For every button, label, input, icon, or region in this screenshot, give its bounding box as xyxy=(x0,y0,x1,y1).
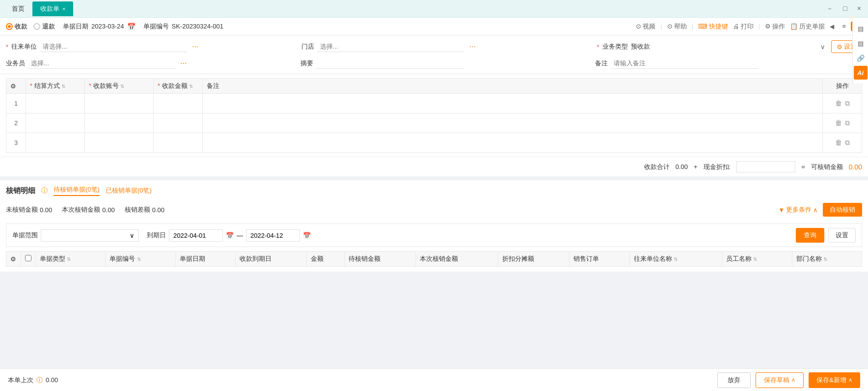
query-btn[interactable]: 查询 xyxy=(796,228,824,243)
bottom-col-checkbox[interactable] xyxy=(21,251,36,267)
settlement-cell-3[interactable] xyxy=(26,133,85,153)
discount-input[interactable] xyxy=(736,161,795,172)
print-btn[interactable]: 🖨 打印 xyxy=(733,22,754,31)
separator3: | xyxy=(759,23,760,30)
radio-collect[interactable]: 收款 xyxy=(6,22,27,31)
col-settings-header[interactable]: ⚙ xyxy=(6,79,26,94)
list-view-btn[interactable]: ≡ xyxy=(839,22,849,31)
settings-btn[interactable]: 设置 xyxy=(828,228,856,243)
bottom-col-dept[interactable]: 部门名称 ⇅ xyxy=(792,251,862,267)
history-btn[interactable]: 📋 历史单据 xyxy=(790,22,825,31)
save-draft-btn[interactable]: 保存草稿 ∧ xyxy=(756,372,804,388)
copy-row-1-btn[interactable]: ⧉ xyxy=(845,99,850,108)
footer-info-icon[interactable]: ⓘ xyxy=(36,376,43,385)
discard-btn[interactable]: 放弃 xyxy=(717,372,751,388)
copy-row-2-btn[interactable]: ⧉ xyxy=(845,119,850,127)
delete-row-3-btn[interactable]: 🗑 xyxy=(835,139,842,147)
row-num-3: 3 xyxy=(6,133,26,153)
remarks-cell-1[interactable] xyxy=(203,94,823,113)
footer-label: 本单上次 xyxy=(8,376,33,385)
shortcut-btn[interactable]: ⌨ 快捷键 xyxy=(698,22,728,31)
save-new-btn[interactable]: 保存&新增 ∧ xyxy=(809,372,860,388)
number-value[interactable]: SK-20230324-001 xyxy=(172,23,224,30)
tab-close-icon[interactable]: × xyxy=(62,6,65,12)
tab-active[interactable]: 收款单 × xyxy=(32,1,73,16)
account-cell-2[interactable] xyxy=(85,113,154,133)
sort-account[interactable]: ⇅ xyxy=(120,84,124,89)
hexiao-info-icon[interactable]: ⓘ xyxy=(41,186,48,195)
counterparty-input[interactable] xyxy=(40,41,187,52)
active-tab-label: 收款单 xyxy=(40,4,59,13)
video-btn[interactable]: ⊙ 视频 xyxy=(636,22,655,31)
date-from-input[interactable] xyxy=(169,229,223,242)
business-type-dropdown[interactable]: ∨ xyxy=(820,43,825,51)
counterparty-more-btn[interactable]: ··· xyxy=(190,42,200,51)
remarks-input[interactable] xyxy=(611,58,758,69)
sort-doc-type[interactable]: ⇅ xyxy=(67,256,71,262)
business-type-value: 预收款 xyxy=(631,42,650,51)
col-settlement-header[interactable]: * 结算方式 ⇅ xyxy=(26,79,85,94)
amount-cell-3[interactable] xyxy=(154,133,203,153)
bottom-col-doc-type[interactable]: 单据类型 ⇅ xyxy=(36,251,106,267)
unchecked-value: 0.00 xyxy=(40,206,52,214)
salesperson-more-btn[interactable]: ··· xyxy=(178,59,189,68)
bottom-col-doc-date[interactable]: 单据日期 xyxy=(175,251,235,267)
delete-row-1-btn[interactable]: 🗑 xyxy=(835,99,842,108)
help-btn[interactable]: ⊙ 帮助 xyxy=(667,22,687,31)
radio-refund-dot xyxy=(33,23,40,30)
calendar-icon[interactable]: 📅 xyxy=(127,23,136,30)
auto-hexiao-btn[interactable]: 自动核销 xyxy=(823,203,862,217)
select-all-checkbox[interactable] xyxy=(25,255,31,261)
tab-home[interactable]: 首页 xyxy=(4,1,32,16)
bottom-table-container: ⚙ 单据类型 ⇅ 单据编号 ⇅ 单据日期 xyxy=(6,251,862,267)
more-conditions-btn[interactable]: ▼ 更多条件 ∧ xyxy=(778,205,818,214)
bottom-col-doc-num[interactable]: 单据编号 ⇅ xyxy=(106,251,175,267)
completed-tab[interactable]: 已核销单据(0笔) xyxy=(106,186,152,195)
pending-tab[interactable]: 待核销单据(0笔) xyxy=(54,185,100,196)
prev-btn[interactable]: ◀ xyxy=(830,23,834,30)
sidebar-icon-grid[interactable]: ▨ xyxy=(854,36,868,50)
account-cell-1[interactable] xyxy=(85,94,154,113)
col-amount-header[interactable]: * 收款金额 ⇅ xyxy=(154,79,203,94)
remarks-cell-3[interactable] xyxy=(203,133,823,153)
bottom-col-counterparty[interactable]: 往来单位名称 ⇅ xyxy=(629,251,722,267)
date-to-input[interactable] xyxy=(246,229,300,242)
sort-amount[interactable]: ⇅ xyxy=(189,84,193,89)
salesperson-input[interactable] xyxy=(28,58,175,69)
settlement-cell-2[interactable] xyxy=(26,113,85,133)
account-cell-3[interactable] xyxy=(85,133,154,153)
counterparty-field: * 往来单位 ··· xyxy=(6,41,292,52)
sidebar-icon-ai[interactable]: Ai xyxy=(854,66,868,80)
sidebar-icon-link[interactable]: 🔗 xyxy=(854,51,868,65)
amount-cell-2[interactable] xyxy=(154,113,203,133)
store-input[interactable] xyxy=(317,41,464,52)
store-more-btn[interactable]: ··· xyxy=(467,42,478,51)
sort-doc-num[interactable]: ⇅ xyxy=(137,256,141,262)
maximize-btn[interactable]: □ xyxy=(840,3,850,14)
sidebar-icon-table[interactable]: ▤ xyxy=(854,22,868,35)
range-select[interactable]: ∨ xyxy=(41,229,139,242)
col-account-header[interactable]: * 收款账号 ⇅ xyxy=(85,79,154,94)
chevron-up-icon: ∧ xyxy=(813,206,818,214)
separator1: | xyxy=(660,23,662,30)
radio-refund[interactable]: 退款 xyxy=(33,22,55,31)
close-btn[interactable]: × xyxy=(854,3,864,14)
operations-btn[interactable]: ⚙ 操作 xyxy=(765,22,785,31)
calendar-to-icon[interactable]: 📅 xyxy=(303,232,311,239)
date-value[interactable]: 2023-03-24 xyxy=(91,23,124,30)
calendar-from-icon[interactable]: 📅 xyxy=(226,232,234,239)
amount-cell-1[interactable] xyxy=(154,94,203,113)
bottom-col-settings[interactable]: ⚙ xyxy=(6,251,21,267)
minimize-btn[interactable]: － xyxy=(823,3,836,14)
copy-row-3-btn[interactable]: ⧉ xyxy=(845,139,850,147)
bottom-col-employee[interactable]: 员工名称 ⇅ xyxy=(722,251,792,267)
sort-employee[interactable]: ⇅ xyxy=(753,256,757,262)
sort-dept[interactable]: ⇅ xyxy=(823,256,827,262)
summary-input[interactable] xyxy=(316,58,463,69)
remarks-cell-2[interactable] xyxy=(203,113,823,133)
delete-row-2-btn[interactable]: 🗑 xyxy=(835,119,842,127)
settlement-cell-1[interactable] xyxy=(26,94,85,113)
sort-counterparty[interactable]: ⇅ xyxy=(674,256,678,262)
sort-settlement[interactable]: ⇅ xyxy=(61,84,65,89)
radio-collect-label: 收款 xyxy=(15,22,27,31)
